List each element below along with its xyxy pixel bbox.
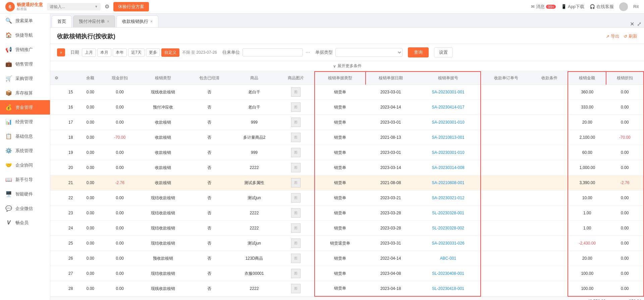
td-balance-13: 0.00 (79, 281, 102, 296)
receipt-note-link-8[interactable]: SL-20230328-001 (432, 211, 464, 215)
sidebar-item-system[interactable]: ⚙️ 系统管理 (0, 143, 50, 158)
td-writeoff-discount-2: 0.00 (606, 115, 644, 130)
tab-close-all-icon[interactable]: ✕ (630, 21, 634, 27)
receipt-note-link-11[interactable]: ABC-001 (440, 256, 457, 261)
td-balance-1: 0.00 (79, 100, 102, 115)
td-writeoff-discount-11: 0.00 (606, 251, 644, 266)
th-settings[interactable]: ⚙ (50, 72, 62, 85)
message-item[interactable]: ✉ 消息 99+ (531, 4, 556, 10)
sidebar-item-operations[interactable]: 📊 经营管理 (0, 115, 50, 129)
sidebar-item-purchase[interactable]: 🛒 采购管理 (0, 71, 50, 86)
filter-company-dots[interactable]: ··· (306, 49, 310, 55)
sidebar-item-member[interactable]: V 畅会员 (0, 216, 50, 230)
td-receipt-note-no-7: SA-20230321-012 (416, 190, 481, 206)
receipt-note-link-13[interactable]: SL-20230418-001 (432, 286, 464, 291)
td-balance-9: 0.00 (79, 221, 102, 236)
filter-7days-btn[interactable]: 近7天 (128, 48, 145, 57)
td-receipt-note-date-10: 2023-03-31 (366, 236, 416, 251)
td-product-8: 2222 (231, 206, 278, 221)
app-subname: 标准版 (17, 7, 43, 11)
table-row: 15 0.00 0.00 现线收款核销 否 老白干 图 销货单 2023-03-… (50, 85, 644, 100)
sidebar-item-search[interactable]: 🔍 搜索菜单 (0, 13, 50, 28)
user-avatar[interactable] (619, 2, 628, 11)
sidebar-item-hardware[interactable]: 🖥️ 智能硬件 (0, 187, 50, 201)
td-receipt-note-no-2: SA-20230301-010 (416, 115, 481, 130)
sidebar-item-basics[interactable]: 📋 基础信息 (0, 129, 50, 143)
sidebar-item-inventory[interactable]: 📦 库存核算 (0, 86, 50, 100)
td-product-image-3: 图 (278, 130, 315, 145)
tab-writeoff[interactable]: 收款核销执行 × (116, 15, 158, 27)
td-receipt-note-date-12: 2023-04-08 (366, 266, 416, 281)
td-receipt-note-type-3: 销货单 (315, 130, 366, 145)
receipt-note-link-10[interactable]: SA-20230331-026 (432, 241, 464, 246)
td-receipt-order-no-13 (481, 281, 531, 296)
app-download-item[interactable]: 📱 App下载 (561, 4, 584, 10)
td-cash-discount-3: -70.00 (102, 130, 138, 145)
receipt-note-link-2[interactable]: SA-20230301-010 (432, 120, 464, 125)
sidebar-item-wechat[interactable]: 💬 企业微信 (0, 201, 50, 216)
receipt-note-link-12[interactable]: SL-20230408-001 (432, 271, 464, 276)
refresh-icon: ↺ (624, 34, 627, 39)
filter-last-month-btn[interactable]: 上月 (82, 48, 96, 57)
th-writeoff-discount: 核销折扣 (606, 72, 644, 85)
td-writeoff-type-11: 预收款核销 (138, 251, 188, 266)
td-balance-5: 0.00 (79, 160, 102, 175)
td-include-settled-12: 否 (188, 266, 231, 281)
export-icon: ↗ (606, 34, 609, 39)
filter-more-btn[interactable]: 更多 (146, 48, 160, 57)
tab-writeoff-close[interactable]: × (150, 19, 153, 24)
filter-company-input[interactable] (243, 48, 303, 56)
top-bar: 6 畅捷通好生意 标准版 ▼ ⚙ 休验行业方案 ✉ 消息 99+ 📱 App下载… (0, 0, 644, 13)
receipt-note-link-9[interactable]: SL-20230328-002 (432, 226, 464, 230)
tab-home-label: 首页 (57, 18, 66, 25)
sidebar-item-guide[interactable]: 📖 新手引导 (0, 172, 50, 187)
settings-icon[interactable]: ⚙ (105, 3, 109, 10)
tab-expand-icon[interactable]: ⤢ (637, 21, 641, 27)
td-balance-7: 0.00 (79, 190, 102, 206)
td-writeoff-amount-7: 10.00 (568, 190, 606, 206)
industry-btn[interactable]: 休验行业方案 (113, 2, 149, 11)
table-row: 25 0.00 0.00 现结收款核销 否 测试jun 图 销货退货单 2023… (50, 236, 644, 251)
receipt-note-link-3[interactable]: SA-20210813-001 (432, 135, 464, 140)
td-receipt-note-date-8: 2023-03-28 (366, 206, 416, 221)
receipt-note-link-5[interactable]: SA-20230314-008 (432, 165, 464, 170)
receipt-note-link-1[interactable]: SA-20230414-017 (432, 105, 464, 110)
th-balance: 余额 (79, 72, 102, 85)
query-btn[interactable]: 查询 (408, 47, 429, 57)
page-content: 收款核销执行(按收款) ↗ 导出 ↺ 刷新 » 日期 (50, 28, 644, 300)
sidebar-item-quicknav[interactable]: 🏠 快捷导航 (0, 28, 50, 42)
expand-more-btn[interactable]: ∨ 展开更多条件 (333, 63, 362, 69)
online-service-item[interactable]: 🎧 在线客服 (590, 4, 614, 10)
td-receipt-note-no-9: SL-20230328-002 (416, 221, 481, 236)
receipt-note-link-6[interactable]: SA-20210808-001 (432, 180, 464, 185)
td-product-10: 测试jun (231, 236, 278, 251)
receipt-note-link-4[interactable]: SA-20230301-010 (432, 150, 464, 155)
sidebar-item-finance[interactable]: 💰 资金管理 (0, 100, 50, 115)
filter-custom-btn[interactable]: 自定义 (161, 48, 179, 57)
td-receipt-note-type-13: 销货单 (315, 281, 366, 296)
tab-home[interactable]: 首页 (52, 15, 72, 27)
refresh-btn[interactable]: ↺ 刷新 (624, 33, 637, 39)
online-service-label: 在线客服 (596, 4, 614, 10)
tab-prepay[interactable]: 预付冲应付单 × (73, 15, 115, 27)
tab-prepay-close[interactable]: × (107, 19, 109, 24)
td-product-7: 测试jun (231, 190, 278, 206)
logo-icon: 6 (5, 2, 15, 11)
receipt-note-link-7[interactable]: SA-20230321-012 (432, 196, 464, 200)
td-receipt-note-date-6: 2021-08-08 (366, 175, 416, 190)
td-settings-6 (50, 175, 62, 190)
filter-this-year-btn[interactable]: 本年 (113, 48, 127, 57)
sidebar-item-marketing[interactable]: 📢 营销推广 (0, 42, 50, 57)
filter-expand-btn[interactable]: » (57, 48, 65, 56)
export-btn[interactable]: ↗ 导出 (606, 33, 620, 39)
td-writeoff-type-1: 预付冲应收 (138, 100, 188, 115)
breadcrumb-input[interactable] (47, 3, 101, 10)
td-include-settled-0: 否 (188, 85, 231, 100)
receipt-note-link-0[interactable]: SA-20230301-001 (432, 90, 464, 94)
main-layout: 🔍 搜索菜单 🏠 快捷导航 📢 营销推广 💼 销售管理 🛒 采购管理 📦 库存核… (0, 13, 644, 300)
sidebar-item-enterprise[interactable]: 🤝 企业协同 (0, 158, 50, 172)
filter-this-month-btn[interactable]: 本月 (97, 48, 111, 57)
filter-receipt-type-select[interactable] (335, 48, 402, 57)
filter-settings-btn[interactable]: 设置 (434, 47, 453, 57)
sidebar-item-sales[interactable]: 💼 销售管理 (0, 57, 50, 71)
